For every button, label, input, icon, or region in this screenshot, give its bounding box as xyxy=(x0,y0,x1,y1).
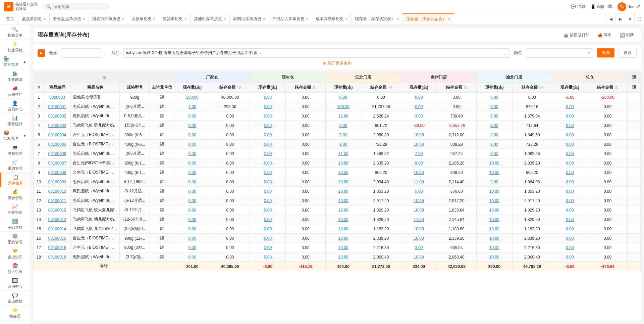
table-body: 10000003爱他美 盒装3段900g罐200.0040,000.000.00… xyxy=(34,93,641,271)
sidebar-item-retail-mgmt[interactable]: 🏪 零售管理 ▲ xyxy=(0,54,30,69)
sidebar-item-label: 企业协同 xyxy=(8,254,22,260)
sidebar-item-quicknav[interactable]: ⚡ 快捷导航 xyxy=(0,40,30,54)
sidebar-item-ecommerce[interactable]: 💻 电商管理 xyxy=(0,143,30,158)
sidebar-item-inventory[interactable]: 📋 库存核算 xyxy=(0,173,30,187)
close-icon[interactable]: ✕ xyxy=(396,17,399,21)
close-icon[interactable]: ✕ xyxy=(43,17,46,21)
info-icon[interactable]: ⓘ xyxy=(237,86,241,89)
top-actions: 💬 消息 📱 App下载 Ea demo2 xyxy=(571,2,640,11)
tab-chanchengpin[interactable]: 产成品入库单历史 ✕ xyxy=(269,13,312,25)
warehouse-input[interactable] xyxy=(61,48,101,58)
print-label: 按模版打印 xyxy=(570,32,590,38)
close-icon[interactable]: ✕ xyxy=(223,17,226,21)
operations-icon: 📈 xyxy=(12,204,18,209)
close-icon[interactable]: ✕ xyxy=(345,17,348,21)
close-icon[interactable]: ✕ xyxy=(306,17,309,21)
info-icon[interactable]: ⓘ xyxy=(388,86,392,89)
th-nanan-amt: 结存金额 ⓘ xyxy=(437,83,476,93)
user-menu[interactable]: Ea demo2 xyxy=(618,2,640,11)
data-table: ⚙ 厂家仓 陌村仓 江北门店 南岸门店 渝北门店 总仓 现 # 商品编码 商品名… xyxy=(34,72,641,271)
tab-xiancunliang-fenbiao[interactable]: 现存量（库存分布表） ✕ xyxy=(403,13,454,25)
close-icon[interactable]: ✕ xyxy=(448,17,450,21)
color-label: 颜色 xyxy=(514,50,522,56)
chevron-down-icon: ▼ xyxy=(587,51,591,55)
filter-row-expand: ▼ 展开更多条件 xyxy=(38,60,637,66)
tab-fenpandian[interactable]: 分量盘点单历史 ✕ xyxy=(50,13,89,25)
sidebar-item-marketing[interactable]: 📣 营销推广 xyxy=(0,84,30,99)
th-spec: 规格型号 xyxy=(120,83,150,93)
tab-xiancunliang-kuangkuang[interactable]: 现存量（库存状况表） ✕ xyxy=(352,13,403,25)
sidebar-item-search[interactable]: 🔍 搜索英单 xyxy=(0,25,30,40)
close-icon[interactable]: ✕ xyxy=(83,17,85,21)
sidebar-item-label: 企业微信 xyxy=(8,299,22,304)
tab-diaoboo[interactable]: 调拨单历史 ✕ xyxy=(128,13,159,25)
nav-close-btn[interactable]: ✕ xyxy=(625,13,635,25)
nav-tabs: 首页 盘点单历史 ✕ 分量盘点单历史 ✕ 组装拆卸单历史 ✕ 调拨单历史 ✕ 要… xyxy=(0,13,644,25)
sidebar-item-purchasing[interactable]: 🛒 采购管理 xyxy=(0,158,30,173)
product-search-wrap[interactable]: babycare孕妇待产包 春季入院全套母子组合孕妇产后冬季月子用品 22件套 … xyxy=(123,48,510,58)
sidebar-item-members[interactable]: 👤 会员中心 xyxy=(0,99,30,113)
info-icon[interactable]: ⓘ xyxy=(313,86,316,89)
sidebar-item-basics[interactable]: ℹ️ 基础信息 xyxy=(0,217,30,232)
warehouse-input-wrap[interactable]: ... xyxy=(61,48,107,58)
close-icon[interactable]: ✕ xyxy=(122,17,124,21)
chevron-up-icon: ▲ xyxy=(23,60,26,64)
sidebar-item-vip[interactable]: ⭐ 畅会员 xyxy=(0,306,30,320)
sidebar-item-label: 应用中心 xyxy=(8,284,22,289)
export-btn[interactable]: 📤 导出 xyxy=(595,31,614,39)
app-download-btn[interactable]: 📱 App下载 xyxy=(591,4,612,9)
retail-icon: 🏪 xyxy=(3,56,9,61)
th-base: ⚙ xyxy=(34,73,174,83)
warehouse-label: 仓库 xyxy=(49,50,57,56)
expand-conditions-btn[interactable]: ▼ 展开更多条件 xyxy=(323,60,352,66)
tab-qita[interactable]: 其他出库单历史 ✕ xyxy=(191,13,230,25)
stats-icon: 📊 xyxy=(12,115,18,121)
close-icon[interactable]: ✕ xyxy=(153,17,156,21)
sidebar-item-operations[interactable]: 📈 经营管理 xyxy=(0,202,30,217)
info-icon[interactable]: ⓘ xyxy=(615,86,618,89)
tab-zuhe[interactable]: 组装拆卸单历史 ✕ xyxy=(89,13,128,25)
filter-toggle-btn[interactable]: ▶ xyxy=(38,49,45,57)
settings-btn[interactable]: 设置 xyxy=(619,48,637,58)
info-icon[interactable]: ⓘ xyxy=(464,86,467,89)
tab-pandian[interactable]: 盘点单历史 ✕ xyxy=(18,13,50,25)
message-btn[interactable]: 💬 消息 xyxy=(571,4,585,9)
sidebar-item-label: 零售管理 xyxy=(3,62,18,67)
tab-chengben[interactable]: 成本调整单历史 ✕ xyxy=(312,13,352,25)
query-btn[interactable]: 查询 xyxy=(597,48,614,57)
sidebar-item-enterprise[interactable]: 🤝 企业协同 xyxy=(0,246,30,261)
nav-next-btn[interactable]: ▶ xyxy=(616,13,625,25)
search-input[interactable] xyxy=(53,4,104,9)
refresh-btn[interactable]: 🔄 刷新 xyxy=(617,31,637,39)
close-icon[interactable]: ✕ xyxy=(263,17,265,21)
tab-yaohuo[interactable]: 要货单历史 ✕ xyxy=(159,13,191,25)
color-select-wrap[interactable]: ▼ xyxy=(526,48,593,58)
sidebar-item-weixin[interactable]: 💬 企业微信 xyxy=(0,291,30,306)
system-icon: ⚙️ xyxy=(12,233,18,239)
sidebar-item-retail-stats[interactable]: 📊 零售统计 xyxy=(0,113,30,128)
search-wrap[interactable]: 🔍 xyxy=(43,3,110,10)
search-icon: 🔍 xyxy=(12,27,18,32)
logo-icon: 好 xyxy=(4,2,13,11)
sidebar-item-retail-mall[interactable]: 🛍️ 零售商城 xyxy=(0,69,30,84)
sidebar-item-wholesale-mgmt[interactable]: 📦 批发管理 ▼ xyxy=(0,128,30,143)
nav-expand-btn[interactable]: ⛶ xyxy=(635,13,644,25)
close-icon[interactable]: ✕ xyxy=(184,17,187,21)
sidebar-item-label: 电商管理 xyxy=(8,151,22,156)
sidebar-item-system[interactable]: ⚙️ 系统管理 xyxy=(0,232,30,246)
search-icon: 🔍 xyxy=(46,4,51,9)
print-btn[interactable]: 🖨️ 按模版打印 xyxy=(561,31,592,39)
table-row: 700100006惠氏启赋（Wyeth illu...(0-6月适...罐0.0… xyxy=(34,149,641,158)
info-icon[interactable]: ⓘ xyxy=(539,86,543,89)
nav-prev-btn[interactable]: ◀ xyxy=(606,13,616,25)
message-label: 消息 xyxy=(577,4,585,9)
tab-home[interactable]: 首页 xyxy=(2,13,18,25)
sidebar-item-finance[interactable]: 💰 资金管理 xyxy=(0,187,30,202)
sidebar-item-guide[interactable]: 🎯 新手引导 xyxy=(0,261,30,276)
sidebar-item-label: 库存核算 xyxy=(8,181,23,186)
quicknav-icon: ⚡ xyxy=(12,41,18,47)
sidebar-item-appcenter[interactable]: 🔲 应用中心 xyxy=(0,276,30,291)
col-settings-icon[interactable]: ⚙ xyxy=(102,75,106,80)
tab-cailiao[interactable]: 材料出库单历史 ✕ xyxy=(230,13,269,25)
sidebar-item-label: 基础信息 xyxy=(8,225,22,230)
